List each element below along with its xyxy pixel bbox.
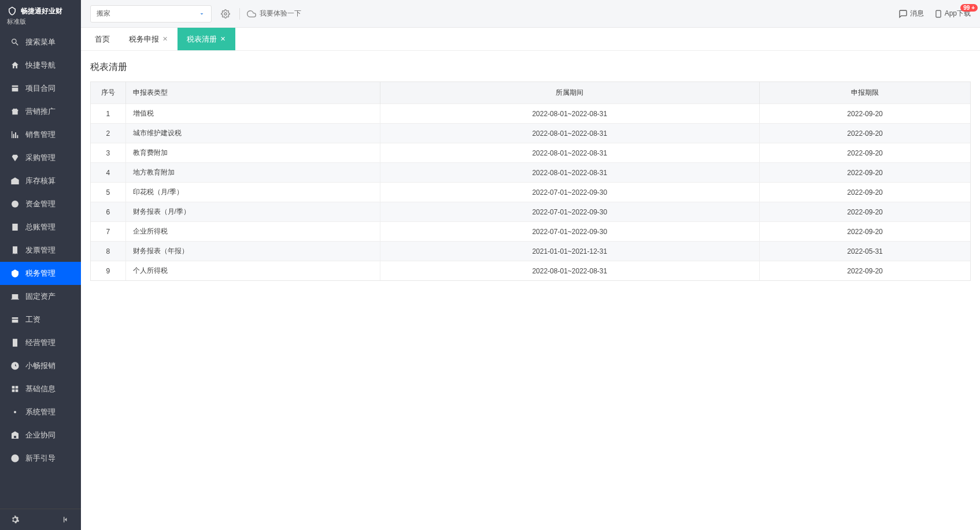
cell-deadline: 2022-09-20	[760, 183, 970, 202]
close-icon[interactable]: ✕	[162, 35, 168, 43]
tab-2[interactable]: 税表清册✕	[177, 28, 235, 50]
brand-logo-icon	[7, 6, 17, 16]
cell-index: 6	[91, 202, 125, 222]
message-icon	[898, 9, 908, 18]
system-icon	[10, 407, 20, 417]
sidebar-item-purchase[interactable]: 采购管理	[0, 146, 81, 169]
sidebar-item-label: 企业协同	[25, 430, 56, 440]
sidebar-item-label: 销售管理	[25, 129, 56, 140]
cell-type: 财务报表（月/季）	[125, 202, 380, 222]
operation-icon	[10, 338, 20, 347]
table-row[interactable]: 1增值税2022-08-01~2022-08-312022-09-20	[91, 104, 970, 124]
sidebar-item-money[interactable]: 资金管理	[0, 192, 81, 216]
sidebar-item-gift[interactable]: 营销推广	[0, 100, 81, 123]
cell-type: 个人所得税	[125, 261, 380, 281]
sidebar-item-operation[interactable]: 经营管理	[0, 331, 81, 354]
table-row[interactable]: 8财务报表（年报）2021-01-01~2021-12-312022-05-31	[91, 242, 970, 261]
expense-icon	[10, 361, 20, 370]
cell-index: 2	[91, 124, 125, 143]
sidebar-item-expense[interactable]: 小畅报销	[0, 354, 81, 377]
sidebar-item-search[interactable]: 搜索菜单	[0, 31, 81, 54]
sidebar-item-label: 小畅报销	[25, 361, 56, 371]
project-icon	[10, 84, 20, 93]
app-download-button[interactable]: 99 + App下载	[934, 9, 971, 18]
table-row[interactable]: 9个人所得税2022-08-01~2022-08-312022-09-20	[91, 261, 970, 281]
cell-period: 2022-07-01~2022-09-30	[380, 222, 760, 242]
sidebar-item-ledger[interactable]: 总账管理	[0, 216, 81, 239]
sidebar-item-tax[interactable]: 税务管理	[0, 262, 81, 285]
sidebar-item-project[interactable]: 项目合同	[0, 77, 81, 100]
phone-icon	[934, 9, 942, 18]
cell-type: 城市维护建设税	[125, 124, 380, 143]
cloud-icon	[247, 9, 256, 18]
sidebar-item-salary[interactable]: 工资	[0, 308, 81, 331]
asset-icon	[10, 292, 20, 301]
cell-type: 地方教育附加	[125, 163, 380, 183]
sidebar-item-warehouse[interactable]: 库存核算	[0, 169, 81, 192]
collapse-icon[interactable]	[61, 515, 71, 524]
download-badge: 99 +	[960, 4, 978, 12]
cell-deadline: 2022-09-20	[760, 104, 970, 124]
messages-label: 消息	[910, 9, 924, 18]
messages-button[interactable]: 消息	[898, 9, 924, 18]
salary-icon	[10, 315, 20, 324]
tab-label: 首页	[95, 34, 110, 45]
table-header-row: 序号 申报表类型 所属期间 申报期限	[91, 82, 970, 104]
table-row[interactable]: 2城市维护建设税2022-08-01~2022-08-312022-09-20	[91, 124, 970, 143]
col-index: 序号	[91, 82, 125, 104]
sidebar-item-invoice[interactable]: 发票管理	[0, 239, 81, 262]
sidebar-item-home[interactable]: 快捷导航	[0, 54, 81, 77]
org-selector[interactable]: 搬家	[90, 5, 212, 23]
cell-deadline: 2022-09-20	[760, 124, 970, 143]
sidebar-item-label: 总账管理	[25, 222, 56, 232]
table-row[interactable]: 7企业所得税2022-07-01~2022-09-302022-09-20	[91, 222, 970, 242]
cell-index: 8	[91, 242, 125, 261]
home-icon	[10, 61, 20, 70]
page-title: 税表清册	[90, 61, 971, 73]
sidebar-item-label: 库存核算	[25, 176, 56, 186]
org-selector-value: 搬家	[97, 9, 110, 18]
content: 税表清册 序号 申报表类型 所属期间 申报期限 1增值税2022-08-01~2…	[81, 51, 980, 530]
sidebar-item-enterprise[interactable]: 企业协同	[0, 424, 81, 447]
sidebar-item-basic[interactable]: 基础信息	[0, 377, 81, 401]
table-row[interactable]: 5印花税（月/季）2022-07-01~2022-09-302022-09-20	[91, 183, 970, 202]
sidebar-item-label: 营销推广	[25, 106, 56, 117]
experience-link[interactable]: 我要体验一下	[247, 9, 301, 18]
sidebar-item-label: 税务管理	[25, 268, 56, 279]
sidebar-item-asset[interactable]: 固定资产	[0, 285, 81, 308]
tab-label: 税表清册	[187, 34, 217, 45]
sidebar-header: 畅捷通好业财 标准版	[0, 0, 81, 31]
sidebar-item-label: 工资	[25, 314, 40, 325]
table-row[interactable]: 6财务报表（月/季）2022-07-01~2022-09-302022-09-2…	[91, 202, 970, 222]
close-icon[interactable]: ✕	[220, 35, 225, 43]
sidebar-item-guide[interactable]: 新手引导	[0, 447, 81, 470]
cell-deadline: 2022-09-20	[760, 163, 970, 183]
cell-period: 2021-01-01~2021-12-31	[380, 242, 760, 261]
sidebar-item-label: 基础信息	[25, 384, 56, 394]
cell-period: 2022-08-01~2022-08-31	[380, 104, 760, 124]
sidebar-item-system[interactable]: 系统管理	[0, 401, 81, 424]
ledger-icon	[10, 223, 20, 232]
cell-deadline: 2022-09-20	[760, 261, 970, 281]
sidebar-item-sales[interactable]: 销售管理	[0, 123, 81, 146]
brand-title: 畅捷通好业财	[21, 6, 62, 16]
invoice-icon	[10, 246, 20, 255]
tab-0[interactable]: 首页	[86, 28, 120, 50]
sidebar-item-label: 固定资产	[25, 291, 56, 302]
tab-1[interactable]: 税务申报✕	[120, 28, 177, 50]
cell-deadline: 2022-09-20	[760, 143, 970, 163]
sidebar-footer	[0, 509, 81, 530]
cell-type: 财务报表（年报）	[125, 242, 380, 261]
basic-icon	[10, 384, 20, 394]
cell-deadline: 2022-09-20	[760, 222, 970, 242]
table-row[interactable]: 4地方教育附加2022-08-01~2022-08-312022-09-20	[91, 163, 970, 183]
gear-button[interactable]	[219, 7, 232, 21]
table-row[interactable]: 3教育费附加2022-08-01~2022-08-312022-09-20	[91, 143, 970, 163]
guide-icon	[10, 454, 20, 463]
settings-icon[interactable]	[10, 515, 20, 524]
sidebar-item-label: 采购管理	[25, 153, 56, 163]
cell-index: 7	[91, 222, 125, 242]
sidebar-item-label: 搜索菜单	[25, 37, 56, 47]
experience-label: 我要体验一下	[260, 9, 301, 18]
sidebar: 畅捷通好业财 标准版 搜索菜单快捷导航项目合同营销推广销售管理采购管理库存核算资…	[0, 0, 81, 530]
